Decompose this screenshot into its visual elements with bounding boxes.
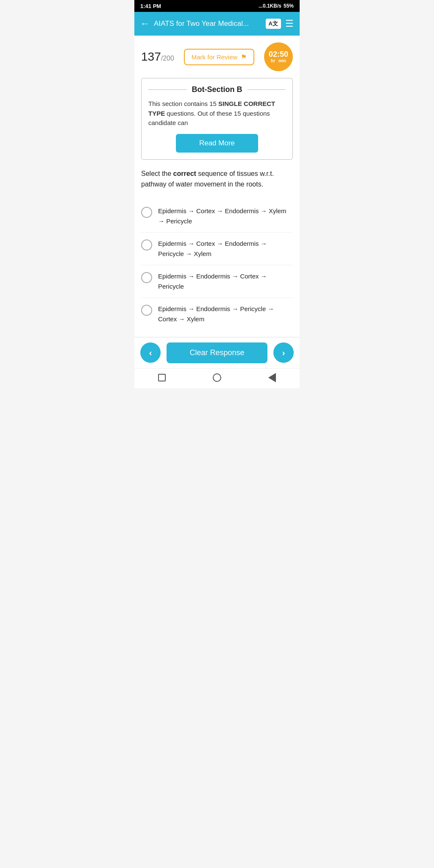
option-c-text: Epidermis → Endodermis → Cortex → Pericy… bbox=[158, 271, 293, 292]
option-b[interactable]: Epidermis → Cortex → Endodermis → Pericy… bbox=[141, 233, 293, 265]
question-header: 137/200 Mark for Review ⚑ 02:50 hr min bbox=[141, 42, 293, 71]
next-icon: › bbox=[282, 348, 285, 358]
option-d-text: Epidermis → Endodermis → Pericycle → Cor… bbox=[158, 304, 293, 324]
section-container: Bot-Section B This section contains 15 S… bbox=[141, 78, 293, 160]
section-title: Bot-Section B bbox=[187, 85, 248, 94]
translate-button[interactable]: A文 bbox=[266, 19, 281, 29]
clear-response-button[interactable]: Clear Response bbox=[167, 342, 267, 363]
section-title-wrap: Bot-Section B bbox=[148, 85, 286, 94]
radio-a[interactable] bbox=[141, 207, 152, 218]
mark-review-label: Mark for Review bbox=[192, 53, 237, 61]
question-number-group: 137/200 bbox=[141, 50, 174, 64]
prev-icon: ‹ bbox=[149, 348, 152, 358]
bottom-nav: ‹ Clear Response › bbox=[134, 337, 300, 368]
status-bar: 1:41 PM ...0.1KB/s 55% bbox=[134, 0, 300, 12]
circle-icon bbox=[213, 373, 221, 382]
triangle-icon bbox=[268, 373, 276, 382]
radio-b[interactable] bbox=[141, 239, 152, 250]
device-home-circle[interactable] bbox=[212, 373, 222, 382]
device-back-triangle[interactable] bbox=[267, 373, 277, 382]
radio-c[interactable] bbox=[141, 272, 152, 283]
status-time: 1:41 PM bbox=[140, 3, 161, 9]
nav-bar: ← AIATS for Two Year Medical... A文 ☰ bbox=[134, 12, 300, 36]
section-title-line-left bbox=[148, 89, 187, 90]
nav-title: AIATS for Two Year Medical... bbox=[154, 19, 262, 28]
option-b-text: Epidermis → Cortex → Endodermis → Pericy… bbox=[158, 239, 293, 259]
read-more-button[interactable]: Read More bbox=[176, 134, 258, 153]
main-content: 137/200 Mark for Review ⚑ 02:50 hr min B… bbox=[134, 36, 300, 337]
square-icon bbox=[158, 374, 166, 381]
question-number: 137 bbox=[141, 50, 161, 63]
question-text: Select the correct sequence of tissues w… bbox=[141, 168, 293, 190]
radio-d[interactable] bbox=[141, 305, 152, 316]
network-indicator: ...0.1KB/s bbox=[259, 3, 281, 9]
section-title-line-right bbox=[248, 89, 286, 90]
timer-labels: hr min bbox=[271, 58, 286, 63]
timer-hours: 02 bbox=[269, 50, 277, 58]
options-list: Epidermis → Cortex → Endodermis → Xylem … bbox=[141, 200, 293, 330]
question-total: /200 bbox=[161, 55, 174, 62]
battery-level: 55% bbox=[284, 3, 294, 9]
option-d[interactable]: Epidermis → Endodermis → Pericycle → Cor… bbox=[141, 298, 293, 330]
option-c[interactable]: Epidermis → Endodermis → Cortex → Pericy… bbox=[141, 265, 293, 298]
mark-review-button[interactable]: Mark for Review ⚑ bbox=[184, 49, 254, 65]
status-right: ...0.1KB/s 55% bbox=[259, 3, 294, 9]
flag-icon: ⚑ bbox=[241, 53, 247, 61]
timer-min-label: min bbox=[278, 58, 286, 63]
option-a[interactable]: Epidermis → Cortex → Endodermis → Xylem … bbox=[141, 200, 293, 233]
option-a-text: Epidermis → Cortex → Endodermis → Xylem … bbox=[158, 206, 293, 226]
menu-button[interactable]: ☰ bbox=[285, 18, 294, 29]
device-bottom-bar bbox=[134, 368, 300, 388]
prev-button[interactable]: ‹ bbox=[140, 342, 161, 363]
section-description: This section contains 15 SINGLE CORRECT … bbox=[148, 99, 286, 128]
timer-hr-label: hr bbox=[271, 58, 275, 63]
back-button[interactable]: ← bbox=[140, 18, 150, 29]
device-home-square[interactable] bbox=[157, 373, 167, 382]
next-button[interactable]: › bbox=[273, 342, 294, 363]
timer-time: 02:50 bbox=[269, 50, 288, 59]
timer-circle: 02:50 hr min bbox=[264, 42, 293, 71]
timer-minutes: 50 bbox=[280, 50, 288, 58]
